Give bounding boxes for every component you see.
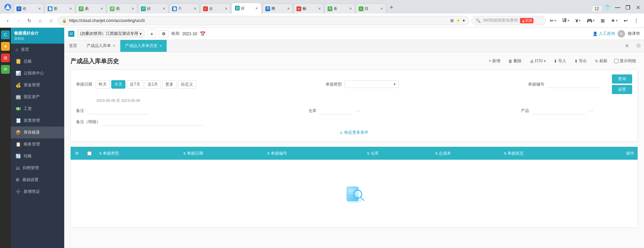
search-bar[interactable]: 🔍 360智能抠图免费用 🔥热搜 [471,16,546,25]
back-button[interactable]: ‹ [3,16,12,25]
sidebar-item-salary[interactable]: 💵 工资 [11,103,64,115]
th-warehouse[interactable]: ⇅ 仓库 [363,151,432,156]
warehouse-dots[interactable]: ··· [356,108,360,114]
query-button[interactable]: 查询 [612,74,632,84]
new-tab-button[interactable]: + [387,3,396,12]
tab-list[interactable]: 产成品入库单 ✕ [82,40,120,52]
tab-chang[interactable]: M 畅 ✕ [293,3,324,14]
panel-close-button[interactable]: ✕ [621,40,633,52]
tab-teng[interactable]: 腾 腾 ✕ [262,3,293,14]
tab-zai[interactable]: 在 在 ✕ [14,3,44,14]
sidebar-item-fund[interactable]: 💰 资金管理 [11,79,64,91]
more-icon[interactable]: ⋮ [632,17,641,24]
product-input[interactable] [532,107,586,114]
tab-list-close[interactable]: ✕ [113,44,115,48]
tab-close[interactable]: ✕ [225,7,228,10]
type-select[interactable]: ▾ [344,81,399,88]
collapse-button[interactable]: ∧ 收起更多条件 [76,128,632,137]
tab-hao-active[interactable]: 好 好 ✕ [231,3,262,14]
tab-yi2[interactable]: 易 易 ✕ [107,3,137,14]
app-icon-mail[interactable]: ✉ [1,65,10,74]
print-button[interactable]: 🖨 打印 ▾ [526,57,549,65]
th-gear[interactable]: ⚙ [71,151,83,156]
add-account-button[interactable]: + [147,30,156,38]
period-calendar-button[interactable]: 📅 [200,31,206,37]
tab-close[interactable]: ✕ [380,7,383,10]
tab-hao1[interactable]: 好 好 ✕ [138,3,168,14]
sidebar-item-archive[interactable]: 🗂 归档管理 [11,162,64,174]
note-detail-input[interactable] [103,118,205,126]
sidebar-item-tax[interactable]: 📋 税务管理 [11,138,64,150]
refresh-button[interactable]: ↻ 刷新 [592,57,611,65]
address-box[interactable]: 🔒 https://cloud.chanjet.com/accounting/u… [57,16,469,25]
date-7days[interactable]: 近7天 [127,80,143,89]
date-1month[interactable]: 近1月 [145,80,161,89]
tab-close[interactable]: ✕ [163,7,165,10]
maximize-button[interactable]: ❐ [623,3,633,12]
tab-history-close[interactable]: ✕ [159,44,162,48]
th-type[interactable]: ⇅ 单据类型 [96,151,180,156]
tab-yi1[interactable]: 易 易 ✕ [76,3,106,14]
tab-close[interactable]: ✕ [349,7,352,10]
sidebar-item-fixed[interactable]: 🏢 固定资产 [11,91,64,103]
app-icon-star[interactable]: ★ [1,42,10,51]
grid-icon[interactable]: ⊞ [450,18,454,23]
tab-qi[interactable]: C 企 ✕ [200,3,231,14]
sidebar-item-report[interactable]: 📊 云报表中心 [11,67,64,79]
tab-close[interactable]: ✕ [287,7,290,10]
tab-close[interactable]: ✕ [100,7,103,10]
sidebar-item-settings[interactable]: ⚙ 基础设置 [11,174,64,186]
undo-icon[interactable]: ↩ [622,17,630,24]
import-button[interactable]: ⬇ 导入 [550,57,570,65]
note-input[interactable] [87,107,148,114]
yuan-icon[interactable]: ¥▾ [573,17,582,24]
sidebar-item-ledger[interactable]: 📒 总账 [11,55,64,67]
th-number[interactable]: ⇅ 单据编号 [264,151,363,156]
close-button[interactable]: ✕ [633,3,643,12]
scissors-icon[interactable]: ✂▾ [548,17,558,24]
minimize-button[interactable]: — [613,3,622,12]
home-button[interactable]: ⌂ [36,16,45,25]
display-checkbox-input[interactable] [614,59,619,63]
new-button[interactable]: + 新增 [485,57,504,65]
reload-button[interactable]: ↻ [25,16,34,25]
select-all-checkbox[interactable] [87,151,92,156]
account-selector[interactable]: (勿删勿禁用）江西腺宝测试专用 ▾ [77,29,145,38]
warehouse-input[interactable] [319,107,353,114]
delete-button[interactable]: 🗑 删除 [505,57,525,65]
number-input[interactable] [547,81,601,88]
breadcrumb-home[interactable]: 首页 [64,40,82,52]
tab-new[interactable]: 📄 新 ✕ [45,3,75,14]
dropdown-icon[interactable]: ▾ [463,18,465,23]
th-cost[interactable]: ⇅ 总成本 [432,151,500,156]
tab-close[interactable]: ✕ [132,7,134,10]
th-check[interactable] [83,151,96,156]
game-icon[interactable]: 🎮▾ [585,17,597,24]
date-yesterday[interactable]: 昨天 [96,80,110,89]
settings-button[interactable]: ⚙ [159,30,169,38]
translate-icon[interactable]: 译▾ [560,17,571,25]
sidebar-item-newvoucher[interactable]: ➕ 新增凭证 [11,186,64,198]
display-checkbox[interactable]: 显示明细 [612,57,638,65]
grid-apps-icon[interactable]: ⊞ [599,17,607,24]
bookmark-button[interactable]: ☆ [47,16,55,25]
sidebar-item-home[interactable]: ⌂ 首页 [11,44,64,55]
sidebar-item-invoice[interactable]: 🧾 发票管理 [11,115,64,127]
tab-close[interactable]: ✕ [69,7,72,10]
date-today[interactable]: 今天 [111,80,125,89]
app-icon-cj[interactable]: C [1,30,10,39]
tab-history[interactable]: 产成品入库单历史 ✕ [120,40,167,52]
forward-button[interactable]: › [14,16,23,25]
tab-close[interactable]: ✕ [194,7,196,10]
tab-ge[interactable]: 📄 个 ✕ [169,3,199,14]
date-more[interactable]: 更多 [162,80,176,89]
tab-close[interactable]: ✕ [38,7,41,10]
tab-close-active[interactable]: ✕ [255,6,258,10]
th-date[interactable]: ⇅ 单据日期 [180,151,264,156]
tab-ge2[interactable]: 各 各 ✕ [325,3,355,14]
sidebar-item-settlement[interactable]: 🔄 结账 [11,150,64,162]
shirt-icon[interactable]: 👕 [603,3,612,12]
export-button[interactable]: ⬆ 导出 [571,57,590,65]
service-button[interactable]: 👤 人工咨询 [593,31,615,37]
th-status[interactable]: ⇅ 单据状态 [500,151,585,156]
